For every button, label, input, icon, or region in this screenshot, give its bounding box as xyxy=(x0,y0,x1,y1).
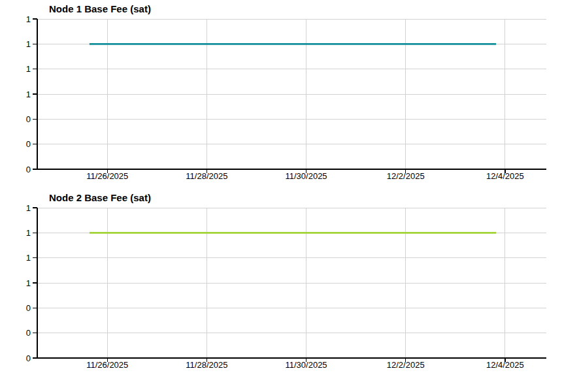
y-tick-label: 1 xyxy=(26,39,31,49)
node1-chart-canvas: 111100011/26/202511/28/202511/30/202512/… xyxy=(0,0,562,188)
y-tick-label: 0 xyxy=(26,139,31,149)
y-tick-label: 0 xyxy=(26,328,31,338)
node2-base-fee-chart: 111100011/26/202511/28/202511/30/202512/… xyxy=(0,189,562,377)
x-tick-label: 11/28/2025 xyxy=(186,171,227,181)
node2-chart-canvas: 111100011/26/202511/28/202511/30/202512/… xyxy=(0,189,562,377)
y-tick-label: 1 xyxy=(26,253,31,263)
y-tick-label: 1 xyxy=(26,64,31,74)
x-tick-label: 11/26/2025 xyxy=(86,171,128,181)
node2-chart-title: Node 2 Base Fee (sat) xyxy=(49,192,151,203)
x-tick-label: 12/4/2025 xyxy=(486,360,524,370)
y-tick-label: 1 xyxy=(26,278,31,288)
x-tick-label: 11/30/2025 xyxy=(286,360,327,370)
x-tick-label: 11/30/2025 xyxy=(286,171,327,181)
y-tick-label: 1 xyxy=(26,14,31,24)
y-tick-label: 0 xyxy=(26,165,31,174)
node1-base-fee-chart: 111100011/26/202511/28/202511/30/202512/… xyxy=(0,0,562,188)
x-tick-label: 12/4/2025 xyxy=(486,171,524,181)
x-tick-label: 11/26/2025 xyxy=(86,360,128,370)
x-tick-label: 11/28/2025 xyxy=(186,360,227,370)
y-tick-label: 0 xyxy=(26,353,31,363)
y-tick-label: 0 xyxy=(26,303,31,313)
y-tick-label: 0 xyxy=(26,114,31,124)
x-tick-label: 12/2/2025 xyxy=(387,171,425,181)
node1-chart-title: Node 1 Base Fee (sat) xyxy=(49,3,151,14)
y-tick-label: 1 xyxy=(26,90,31,99)
charts-page: 111100011/26/202511/28/202511/30/202512/… xyxy=(0,0,562,392)
y-tick-label: 1 xyxy=(26,203,31,213)
x-tick-label: 12/2/2025 xyxy=(387,360,425,370)
y-tick-label: 1 xyxy=(26,228,31,238)
